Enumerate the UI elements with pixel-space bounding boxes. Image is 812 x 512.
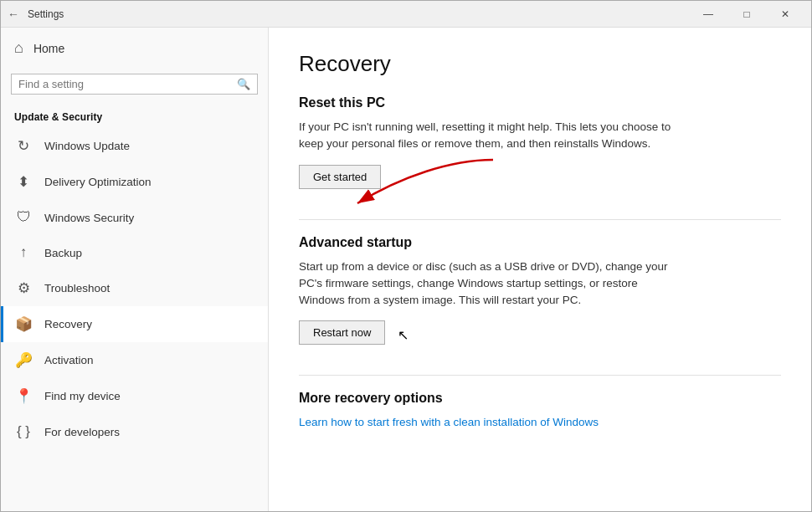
- cursor-icon: ↖: [398, 327, 409, 343]
- delivery-optimization-icon: ⬍: [14, 173, 33, 191]
- sidebar-item-label: Delivery Optimization: [44, 176, 152, 188]
- sidebar-item-windows-security[interactable]: 🛡 Windows Security: [1, 200, 268, 235]
- reset-section-desc: If your PC isn't running well, resetting…: [299, 119, 684, 153]
- activation-icon: 🔑: [14, 351, 33, 369]
- sidebar-item-label: Activation: [44, 354, 94, 366]
- advanced-section-title: Advanced startup: [299, 235, 781, 250]
- sidebar-item-label: Windows Update: [44, 140, 130, 152]
- get-started-button[interactable]: Get started: [299, 165, 381, 189]
- sidebar-item-troubleshoot[interactable]: ⚙ Troubleshoot: [1, 270, 268, 306]
- search-input[interactable]: [18, 78, 237, 90]
- recovery-icon: 📦: [14, 315, 33, 333]
- divider-2: [299, 375, 781, 376]
- back-button[interactable]: ←: [8, 8, 19, 21]
- sidebar-item-label: Windows Security: [44, 212, 134, 224]
- sidebar-item-label: Backup: [44, 247, 82, 259]
- sidebar-item-delivery-optimization[interactable]: ⬍ Delivery Optimization: [1, 164, 268, 200]
- more-recovery-title: More recovery options: [299, 391, 781, 406]
- home-label: Home: [33, 42, 64, 55]
- maximize-button[interactable]: □: [727, 1, 766, 28]
- home-icon: ⌂: [14, 39, 23, 57]
- sidebar: ⌂ Home 🔍 Update & Security ↻ Windows Upd…: [1, 28, 269, 511]
- sidebar-item-find-my-device[interactable]: 📍 Find my device: [1, 378, 268, 414]
- close-button[interactable]: ✕: [766, 1, 804, 28]
- sidebar-item-backup[interactable]: ↑ Backup: [1, 235, 268, 270]
- search-icon: 🔍: [237, 78, 250, 90]
- sidebar-section-title: Update & Security: [1, 105, 268, 128]
- titlebar-title: Settings: [28, 8, 689, 20]
- troubleshoot-icon: ⚙: [14, 279, 33, 297]
- sidebar-item-label: Recovery: [44, 318, 92, 330]
- sidebar-item-windows-update[interactable]: ↻ Windows Update: [1, 128, 268, 164]
- search-box[interactable]: 🔍: [11, 74, 258, 95]
- titlebar: ← Settings — □ ✕: [1, 1, 811, 28]
- sidebar-item-label: Find my device: [44, 390, 121, 402]
- sidebar-item-for-developers[interactable]: { } For developers: [1, 414, 268, 449]
- clean-install-link[interactable]: Learn how to start fresh with a clean in…: [299, 416, 599, 428]
- windows-update-icon: ↻: [14, 137, 33, 155]
- sidebar-item-label: Troubleshoot: [44, 282, 110, 294]
- sidebar-item-label: For developers: [44, 426, 120, 438]
- main-content: Recovery Reset this PC If your PC isn't …: [269, 28, 811, 511]
- backup-icon: ↑: [14, 244, 33, 261]
- minimize-button[interactable]: —: [689, 1, 727, 28]
- content-area: ⌂ Home 🔍 Update & Security ↻ Windows Upd…: [1, 28, 811, 511]
- developers-icon: { }: [14, 423, 33, 440]
- advanced-section-desc: Start up from a device or disc (such as …: [299, 259, 684, 310]
- settings-window: ← Settings — □ ✕ ⌂ Home 🔍 Update & Secur…: [0, 0, 812, 512]
- sidebar-item-home[interactable]: ⌂ Home: [1, 28, 268, 69]
- find-device-icon: 📍: [14, 387, 33, 405]
- page-title: Recovery: [299, 51, 781, 77]
- sidebar-item-recovery[interactable]: 📦 Recovery: [1, 306, 268, 342]
- shield-icon: 🛡: [14, 209, 33, 226]
- window-controls: — □ ✕: [689, 1, 804, 28]
- restart-now-button[interactable]: Restart now: [299, 320, 385, 345]
- sidebar-item-activation[interactable]: 🔑 Activation: [1, 342, 268, 378]
- reset-section-title: Reset this PC: [299, 95, 781, 110]
- divider-1: [299, 219, 781, 220]
